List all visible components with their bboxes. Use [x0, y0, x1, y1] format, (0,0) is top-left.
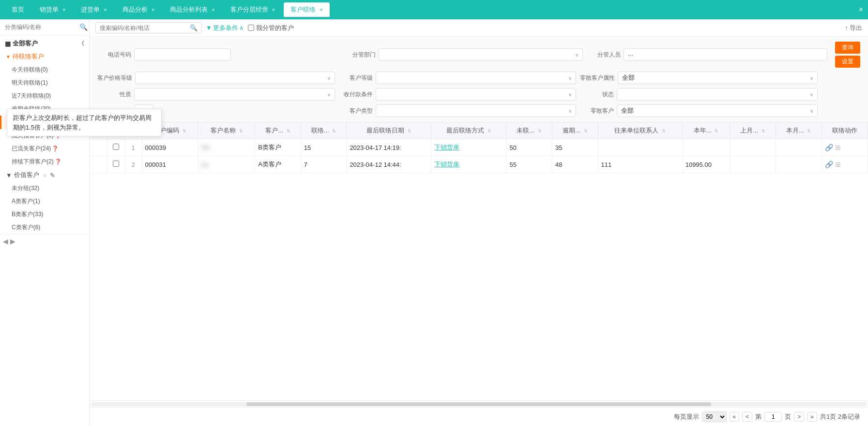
sidebar-item-today[interactable]: 今天待联络(0)	[0, 63, 89, 76]
value-group-label: 价值客户	[14, 171, 39, 179]
row2-grid-icon[interactable]: ⊞	[835, 161, 841, 168]
phone-input[interactable]	[134, 48, 231, 61]
add-icon[interactable]: ✎	[50, 172, 55, 179]
row1-type: B类客户	[255, 139, 301, 156]
nav-product-list[interactable]: 商品分析列表 ×	[163, 2, 221, 17]
row1-link-icon[interactable]: 🔗	[825, 144, 833, 151]
table-row: 2 000031 Ea A类客户 7 2023-04-12 14:44: 下销货…	[90, 156, 868, 173]
customer-grade-arrow-icon: ∨	[568, 75, 572, 81]
department-input[interactable]: ∨	[379, 48, 582, 61]
sidebar-item-tomorrow[interactable]: 明天待联络(1)	[0, 76, 89, 89]
sidebar-item-declining[interactable]: 持续下滑客户(2) ❓	[0, 155, 89, 168]
nav-purchase-close[interactable]: ×	[104, 7, 107, 13]
row1-method-link[interactable]: 下销货单	[434, 144, 459, 151]
field-price-grade: 客户价格等级 ∨	[97, 72, 335, 84]
table-footer: 每页显示 50 100 « < 第 页 > » 共1页 2条记录	[90, 407, 868, 426]
export-button[interactable]: ↑ 导出	[845, 24, 863, 32]
filter-row-1: 电话号码 分管部门 ∨ 分管人员 ··· 查	[97, 42, 860, 68]
next-page-button[interactable]: >	[794, 412, 804, 422]
sidebar-item-class-a[interactable]: A类客户(1)	[0, 195, 89, 208]
col-unlink-days[interactable]: 未联... ⇅	[506, 122, 552, 139]
row2-link-icon[interactable]: 🔗	[825, 161, 833, 168]
my-customer-checkbox[interactable]	[248, 25, 254, 31]
customer-grade-input[interactable]: ∨	[376, 72, 577, 84]
horizontal-scrollbar[interactable]	[90, 400, 868, 407]
sidebar-group-pending[interactable]: ▼ 待联络客户	[0, 50, 89, 63]
edit-icon[interactable]: ○	[43, 172, 47, 179]
nav-home[interactable]: 首页	[5, 2, 31, 17]
nav-purchase[interactable]: 进货单 ×	[74, 2, 113, 17]
nav-customer-contact-close[interactable]: ×	[320, 7, 322, 13]
last-page-button[interactable]: »	[807, 412, 817, 422]
nav-customer-segment-close[interactable]: ×	[272, 7, 275, 13]
row1-overdue: 35	[552, 139, 598, 156]
payment-arrow-icon: ∨	[568, 92, 572, 97]
row2-action: 🔗 ⊞	[822, 156, 868, 173]
search-input[interactable]	[100, 25, 188, 31]
more-filter-arrow: ∧	[239, 24, 244, 31]
sort-icon-method: ⇅	[487, 129, 491, 133]
nav-product-list-close[interactable]: ×	[212, 7, 214, 13]
nav-home-label: 首页	[12, 5, 24, 14]
sidebar-item-class-b[interactable]: B类客户(33)	[0, 208, 89, 221]
settings-button[interactable]: 设置	[835, 56, 860, 68]
col-last-month[interactable]: 上月... ⇅	[730, 122, 776, 139]
more-filter-button[interactable]: ▼ 更多条件 ∧	[206, 24, 244, 32]
sidebar-expand-arrow[interactable]: ▶	[10, 237, 15, 245]
sidebar-item-class-c[interactable]: C类客户(6)	[0, 221, 89, 234]
nav-customer-segment[interactable]: 客户分层经营 ×	[224, 2, 282, 17]
row1-check-input[interactable]	[113, 144, 119, 150]
row1-grid-icon[interactable]: ⊞	[835, 144, 841, 151]
per-page-select[interactable]: 50 100	[702, 411, 727, 422]
retail-customer-input[interactable]: 全部 ∨	[617, 104, 818, 117]
payment-input[interactable]: ∨	[376, 88, 577, 101]
sidebar-search-icon[interactable]: 🔍	[79, 23, 88, 31]
sidebar-item-lost[interactable]: 已流失客户(24) ❓	[0, 142, 89, 155]
query-button[interactable]: 查询	[835, 42, 860, 54]
nav-product-analysis-close[interactable]: ×	[152, 7, 154, 13]
col-overdue[interactable]: 逾期... ⇅	[552, 122, 598, 139]
nature-input[interactable]: ∨	[134, 88, 335, 101]
row2-check-input[interactable]	[113, 161, 119, 167]
col-customer-type[interactable]: 客户... ⇅	[255, 122, 301, 139]
nav-sales[interactable]: 销货单 ×	[33, 2, 72, 17]
page-input[interactable]	[764, 412, 782, 422]
sidebar-item-7days[interactable]: 近7天待联络(0)	[0, 89, 89, 103]
nature-value	[138, 91, 140, 98]
close-all-button[interactable]: ×	[859, 5, 863, 14]
col-this-month[interactable]: 本月... ⇅	[776, 122, 822, 139]
col-last-date[interactable]: 最后联络日期 ⇅	[347, 122, 431, 139]
search-icon[interactable]: 🔍	[190, 24, 198, 31]
sidebar-collapse-arrow[interactable]: ◀	[3, 237, 8, 245]
col-customer-name[interactable]: 客户名称 ⇅	[198, 122, 255, 139]
col-last-method[interactable]: 最后联络方式 ⇅	[431, 122, 506, 139]
department-value	[383, 51, 385, 59]
row1-checkbox[interactable]	[107, 139, 124, 156]
sort-icon-overdue: ⇅	[584, 129, 588, 133]
sidebar-item-ungrouped[interactable]: 未分组(32)	[0, 182, 89, 195]
col-year-amount[interactable]: 本年... ⇅	[682, 122, 730, 139]
first-page-button[interactable]: «	[730, 412, 740, 422]
price-grade-input[interactable]: ∨	[135, 72, 335, 84]
status-input[interactable]: ∨	[617, 88, 818, 101]
field-payment: 收付款条件 ∨	[339, 88, 577, 101]
sort-icon-date: ⇅	[408, 129, 411, 133]
field-department: 分管部门 ∨	[342, 48, 582, 61]
collapse-sidebar-button[interactable]: 《	[78, 40, 84, 48]
nav-customer-contact[interactable]: 客户联络 ×	[284, 2, 329, 17]
col-contacts[interactable]: 联络... ⇅	[301, 122, 347, 139]
row2-contacts: 7	[301, 156, 347, 173]
scroll-thumb[interactable]	[246, 402, 711, 406]
nav-sales-close[interactable]: ×	[62, 7, 65, 13]
sidebar-group-value[interactable]: ▼ 价值客户 ○ ✎	[0, 168, 89, 182]
customer-type-input[interactable]: ∨	[376, 104, 577, 117]
prev-page-button[interactable]: <	[742, 412, 752, 422]
sort-icon-unlink: ⇅	[538, 129, 542, 133]
person-input[interactable]: ···	[624, 48, 827, 61]
row2-method-link[interactable]: 下销货单	[434, 161, 459, 168]
col-contact-person[interactable]: 往来单位联系人 ⇅	[598, 122, 682, 139]
nav-product-analysis[interactable]: 商品分析 ×	[116, 2, 161, 17]
row2-checkbox[interactable]	[107, 156, 124, 173]
sidebar-search-input[interactable]	[5, 24, 77, 30]
retail-attr-input[interactable]: 全部 ∨	[618, 72, 818, 84]
